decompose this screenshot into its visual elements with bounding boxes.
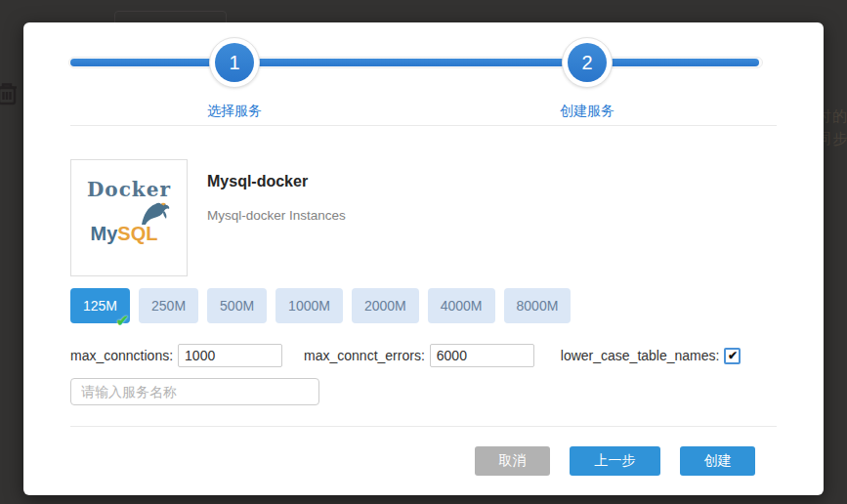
memory-option-2000m[interactable]: 2000M [352, 288, 419, 323]
docker-logo-text: Docker [71, 178, 187, 201]
memory-options-row: 125M ✔ 250M 500M 1000M 2000M 4000M 8000M [70, 288, 571, 323]
create-service-dialog: 1 2 选择服务 创建服务 Docker MySQL Mysql-docker … [23, 22, 824, 495]
service-subtitle: Mysql-docker Instances [207, 208, 346, 223]
max-connections-label: max_connctions: [70, 348, 173, 363]
memory-option-4000m[interactable]: 4000M [428, 288, 495, 323]
footer-divider [70, 426, 777, 427]
memory-option-1000m[interactable]: 1000M [275, 288, 343, 323]
previous-step-button[interactable]: 上一步 [570, 446, 660, 476]
step-1-number: 1 [215, 43, 254, 82]
mysql-logo-text: MySQL [62, 223, 187, 245]
memory-option-250m[interactable]: 250M [139, 288, 198, 323]
service-name-input[interactable] [70, 378, 319, 405]
step-2-number: 2 [568, 43, 607, 82]
memory-option-8000m[interactable]: 8000M [504, 288, 572, 323]
service-logo: Docker MySQL [70, 159, 188, 276]
screen: 时的 同步间 1 2 选择服务 创建服务 Docker MySQL Mysql-… [0, 0, 847, 504]
cancel-button[interactable]: 取消 [475, 446, 550, 476]
stepper-track [68, 57, 763, 68]
step-2-circle[interactable]: 2 [562, 37, 613, 88]
step-1-circle[interactable]: 1 [209, 37, 260, 88]
service-title: Mysql-docker [207, 173, 308, 190]
max-connect-errors-label: max_connct_errors: [304, 348, 425, 363]
step-2-label: 创建服务 [529, 103, 646, 120]
lower-case-table-names-label: lower_case_table_names: [561, 348, 720, 363]
lower-case-table-names-checkbox[interactable]: ✔ [724, 348, 741, 364]
trash-icon [0, 81, 18, 106]
selected-check-icon: ✔ [116, 312, 129, 330]
max-connections-input[interactable] [178, 344, 282, 367]
memory-option-500m[interactable]: 500M [207, 288, 267, 323]
step-1-label: 选择服务 [176, 103, 293, 120]
max-connect-errors-input[interactable] [430, 344, 534, 367]
create-button[interactable]: 创建 [680, 446, 755, 476]
footer-actions: 取消 上一步 创建 [475, 446, 755, 476]
parameters-row: max_connctions: max_connct_errors: lower… [70, 344, 741, 367]
stepper-progress-bar [70, 59, 759, 66]
memory-option-125m[interactable]: 125M ✔ [70, 288, 130, 323]
header-divider [70, 125, 777, 126]
